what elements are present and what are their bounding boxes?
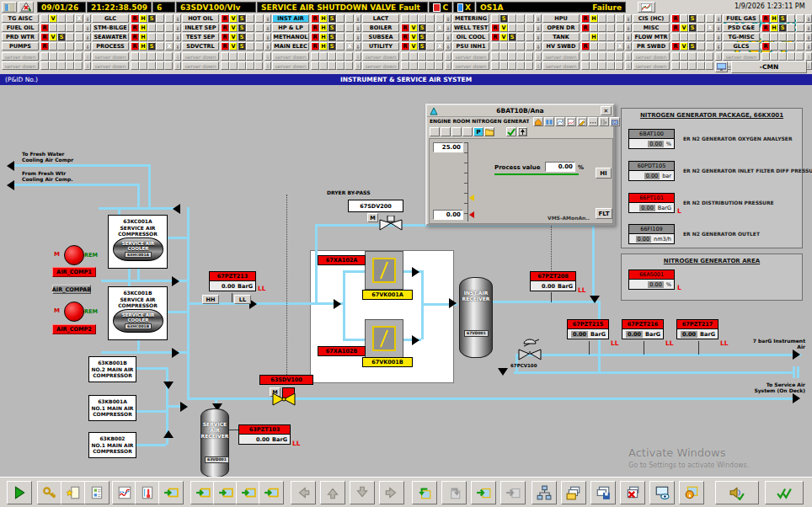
air-compab-button[interactable]: AIR_COMPAB [52,285,91,294]
nav-area-lact[interactable]: LACT [362,14,399,23]
alarm-jump-icon[interactable]: ⇩ [174,14,181,23]
compressor-kb001a[interactable]: 63KB001A NO.1 MAIN AIR COMPRESSOR [88,395,136,421]
nav-area-flow-mtr[interactable]: FLOW MTR [633,33,670,41]
nav-area-methanol[interactable]: METHANOL [272,33,309,41]
alarm-jump-icon[interactable]: ⇩ [715,42,722,51]
transmitter-63pzt103[interactable]: 63PZT1030.00BarG [238,424,291,445]
picture-jump-4-button[interactable] [236,481,261,504]
nav-right-button[interactable] [379,481,404,504]
nav-area-hot-oil[interactable]: HOT OIL [182,14,219,23]
nav-area-cis-hc-[interactable]: CIS (HC) [633,14,670,23]
alarm-jump-icon[interactable]: ⇩ [535,24,542,32]
cmn-button[interactable]: -CMN [731,61,807,73]
alarm-jump-icon[interactable]: ⇩ [715,33,722,41]
alarm-log-button[interactable] [135,481,160,504]
close-icon[interactable]: ✕ [601,106,612,115]
nav-area-hpu[interactable]: HPU [542,14,580,23]
alarm-ack-icon[interactable] [19,2,34,13]
topology-button[interactable] [532,481,557,504]
alarm-jump-icon[interactable]: ⇩ [715,24,722,32]
transmitter-67pzt215[interactable]: 67PZT2150.00BarG [567,319,609,339]
alarm-class-c[interactable]: C [429,2,452,13]
window-close-button[interactable] [620,481,645,504]
air-comp1-button[interactable]: AIR_COMP1 [52,267,96,277]
alarm-jump-icon[interactable]: ⇩ [264,42,271,51]
transmitter-67pzt216[interactable]: 67PZT2160.00BarG [622,319,664,339]
alarm-jump-icon[interactable]: ⇩ [264,14,271,23]
alarm-list-icon[interactable] [2,2,17,13]
alarm-jump-icon[interactable]: ⇩ [445,33,451,41]
alarm-jump-icon[interactable]: ⇩ [805,24,812,32]
nav-area-main-elec[interactable]: MAIN ELEC [272,42,309,51]
alarm-tag[interactable]: 63SDV100/Vlv [176,2,256,13]
acknowledge-all-button[interactable] [765,481,804,504]
trend-button[interactable] [112,481,137,504]
picture-jump-2-button[interactable] [190,481,216,504]
faceplate-batch-icon[interactable] [555,117,565,126]
sdv100-tag[interactable]: 63SDV100 [259,375,313,385]
ll-limit-button[interactable]: LL [234,295,251,304]
nav-area-utility[interactable]: UTILITY [362,42,399,51]
nav-area-hp-lp[interactable]: HP & LP [272,24,309,32]
alarm-jump-icon[interactable]: ⇩ [264,24,271,32]
alarm-jump-icon[interactable]: ⇩ [625,24,632,32]
dryer-tag[interactable]: 67VK001A [362,290,413,300]
alarm-jump-icon[interactable]: ⇩ [445,24,451,32]
faceplate-annotate-icon[interactable] [577,117,587,126]
alarm-jump-icon[interactable]: ⇩ [625,14,632,23]
alarm-jump-icon[interactable]: ⇩ [805,14,812,23]
monitor-view-button[interactable] [649,481,675,504]
flt-button[interactable]: FLT [596,208,612,219]
alarm-jump-icon[interactable]: ⇩ [535,33,542,41]
picture-forward-button[interactable] [471,481,496,504]
alarm-jump-icon[interactable]: ⇩ [805,42,812,51]
nav-area-glcs[interactable]: GLCS [723,42,760,51]
motor-circle-comp2[interactable] [64,302,84,322]
faceplate-more-icon[interactable] [588,117,598,126]
alarm-jump-icon[interactable]: ⇩ [805,33,812,41]
nav-up-button[interactable] [320,481,345,504]
compressor-kb001b[interactable]: 63KB001B NO.2 MAIN AIR COMPRESSOR [88,356,136,382]
sdv200-m-box[interactable]: M [367,213,378,222]
nav-area-psd-c-e[interactable]: PSD C&E [723,24,760,32]
panel-tag[interactable]: 66PT101 [628,193,675,203]
faceplate-split-icon[interactable] [599,117,609,126]
check-icon[interactable] [506,127,516,136]
panel-tag[interactable]: 6BAT100 [628,129,675,139]
nav-area-well-test[interactable]: WELL TEST [452,24,489,32]
faceplate-trend-icon[interactable] [566,117,576,126]
nav-area-sdvctrl[interactable]: SDVCTRL [182,42,219,51]
picture-back-button[interactable] [412,481,437,504]
nav-area-fuel-gas[interactable]: FUEL GAS [723,14,760,23]
nav-area-test-sep[interactable]: TEST SEP [182,33,219,41]
alarm-jump-icon[interactable]: ⇩ [84,14,91,23]
nav-area-tank[interactable]: TANK [542,33,580,41]
tag-dialog-button[interactable] [61,481,86,504]
compressor-kb002[interactable]: 63KB002 NO.1 MAIN AIR COMPRESSOR [88,432,136,458]
alarm-jump-icon[interactable]: ⇩ [355,24,361,32]
panel-tag[interactable]: 66AS001 [628,270,675,280]
nav-area-psu-inh1[interactable]: PSU INH1 [452,42,489,51]
nav-area-inst-air[interactable]: INST AIR [272,14,309,23]
alarm-message[interactable]: SERVICE AIR SHUTDOWN VALVE Fault [257,2,428,13]
panel-tag[interactable]: 66FI109 [628,224,675,234]
up-arrow-icon[interactable] [517,127,527,136]
nav-area-process[interactable]: PROCESS [92,42,129,51]
alarm-jump-icon[interactable]: ⇩ [84,33,91,41]
nav-area-hv-swbd[interactable]: HV SWBD [542,42,580,51]
nav-area-inlet-sep[interactable]: INLET SEP [182,24,219,32]
alarm-horn-ack-button[interactable] [715,481,759,504]
alarm-jump-icon[interactable]: ⇩ [355,42,361,51]
air-comp2-button[interactable]: AIR_COMP2 [52,324,96,334]
nav-area-misc[interactable]: MISC [633,24,670,32]
nav-left-button[interactable] [291,481,316,504]
faceplate-camera-icon[interactable] [610,117,620,126]
alarm-jump-icon[interactable]: ⇩ [355,14,361,23]
picture-forward-disabled-button[interactable] [500,481,526,504]
picture-jump-3-button[interactable] [213,481,238,504]
hh-limit-button[interactable]: HH [202,295,219,304]
faceplate-p-button[interactable]: P [473,127,483,136]
transmitter-67pzt217[interactable]: 67PZT2170.00BarG [676,319,719,339]
picture-jump-1-button[interactable] [158,481,184,504]
nav-area-subsea[interactable]: SUBSEA [362,33,399,41]
